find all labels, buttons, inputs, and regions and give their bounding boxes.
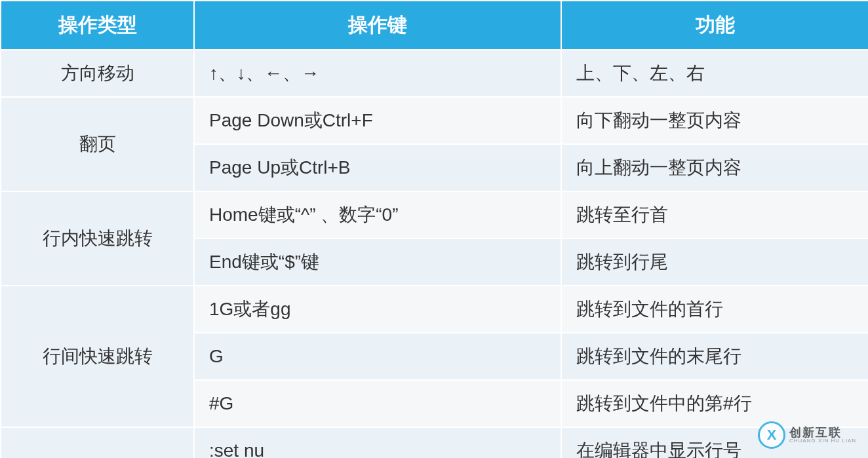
watermark-en: CHUANG XIN HU LIAN bbox=[789, 438, 856, 444]
table-header-row: 操作类型 操作键 功能 bbox=[1, 1, 868, 50]
cell-func: 跳转到文件中的第#行 bbox=[561, 380, 868, 427]
cell-func: 跳转到行尾 bbox=[561, 239, 868, 286]
shortcut-table: 操作类型 操作键 功能 方向移动 ↑、↓、←、→ 上、下、左、右 翻页 Page… bbox=[0, 0, 868, 458]
cell-category: 行内快速跳转 bbox=[1, 191, 194, 286]
cell-key: Home键或“^” 、数字“0” bbox=[194, 191, 561, 239]
cell-category: 行号显示 bbox=[1, 427, 194, 458]
cell-key: :set nu bbox=[194, 427, 561, 458]
cell-category: 行间快速跳转 bbox=[1, 286, 194, 427]
cell-category: 翻页 bbox=[1, 97, 194, 191]
cell-key: ↑、↓、←、→ bbox=[194, 50, 561, 97]
cell-func: 向上翻动一整页内容 bbox=[561, 144, 868, 191]
watermark: X 创新互联 CHUANG XIN HU LIAN bbox=[758, 421, 856, 449]
cell-key: End键或“$”键 bbox=[194, 239, 561, 286]
cell-func: 跳转至行首 bbox=[561, 191, 868, 239]
table-row: 翻页 Page Down或Ctrl+F 向下翻动一整页内容 bbox=[1, 97, 868, 144]
cell-func: 上、下、左、右 bbox=[561, 50, 868, 97]
cell-func: 跳转到文件的末尾行 bbox=[561, 333, 868, 380]
watermark-cn: 创新互联 bbox=[789, 427, 856, 438]
cell-key: Page Up或Ctrl+B bbox=[194, 144, 561, 191]
table-row: 行号显示 :set nu 在编辑器中显示行号 bbox=[1, 427, 868, 458]
header-func: 功能 bbox=[561, 1, 868, 50]
table-row: 行间快速跳转 1G或者gg 跳转到文件的首行 bbox=[1, 286, 868, 333]
cell-key: Page Down或Ctrl+F bbox=[194, 97, 561, 144]
header-key: 操作键 bbox=[194, 1, 561, 50]
cell-func: 跳转到文件的首行 bbox=[561, 286, 868, 333]
watermark-text: 创新互联 CHUANG XIN HU LIAN bbox=[789, 427, 856, 444]
cell-key: 1G或者gg bbox=[194, 286, 561, 333]
cell-key: G bbox=[194, 333, 561, 380]
header-type: 操作类型 bbox=[1, 1, 194, 50]
cell-func: 向下翻动一整页内容 bbox=[561, 97, 868, 144]
cell-key: #G bbox=[194, 380, 561, 427]
cell-category: 方向移动 bbox=[1, 50, 194, 97]
table-row: 行内快速跳转 Home键或“^” 、数字“0” 跳转至行首 bbox=[1, 191, 868, 239]
table-row: 方向移动 ↑、↓、←、→ 上、下、左、右 bbox=[1, 50, 868, 97]
watermark-logo-icon: X bbox=[758, 421, 785, 449]
